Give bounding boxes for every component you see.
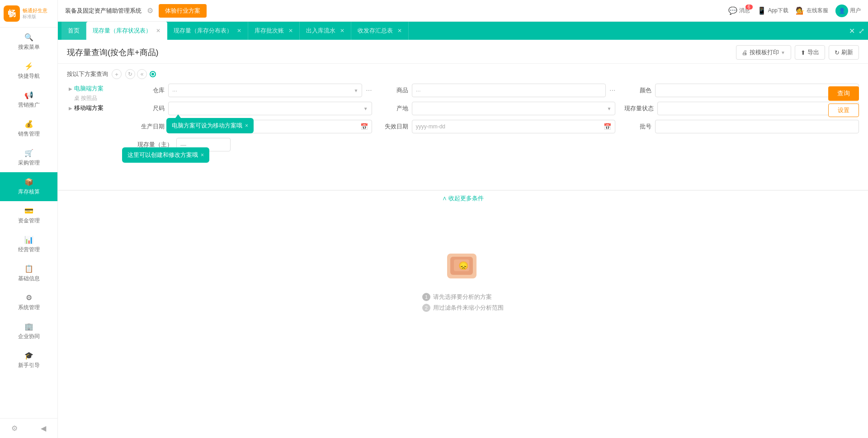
expire-date-input[interactable]: yyyy-mm-dd 📅 [412,120,616,133]
sidebar-item-purchase[interactable]: 🛒 采购管理 [0,143,57,172]
reset-btn[interactable]: 设置 [828,104,859,117]
filter-add-btn[interactable]: + [112,69,122,79]
origin-select[interactable]: ▼ [412,102,616,115]
message-action[interactable]: 💬 消息 6 [728,6,750,15]
sidebar-item-label: 营销推广 [18,101,40,109]
export-label: 导出 [807,48,819,57]
tab-inventory-status[interactable]: 现存量（库存状况表） ✕ [86,22,167,40]
batch-input[interactable] [655,120,859,133]
tooltip-scheme: 电脑方案可设为移动方案哦 × [166,118,254,133]
goods-more[interactable]: ··· [609,86,615,94]
sidebar-item-label: 搜索菜单 [18,43,40,51]
sidebar-item-finance[interactable]: 💳 资金管理 [0,201,57,230]
user-action[interactable]: 👤 用户 [835,5,861,17]
prod-date-calendar-icon[interactable]: 📅 [360,123,368,130]
filter-refresh-btn[interactable]: ↻ [125,69,135,79]
goods-dots: ··· [416,87,421,94]
header-gear-icon[interactable]: ⚙ [147,6,153,15]
filter-prev-btn[interactable]: « [137,69,147,79]
warehouse-more[interactable]: ··· [366,86,372,94]
quick-icon: ⚡ [24,62,33,71]
field-color: 颜色 ▼ [624,84,859,97]
tooltip-scheme-close[interactable]: × [245,122,248,129]
scheme-mobile-arrow: ▶ [69,106,72,111]
filter-label: 按以下方案查询 [67,70,108,78]
system-icon: ⚙ [26,293,32,302]
tab-batch-ledger[interactable]: 库存批次账 ✕ [248,22,300,40]
sidebar-item-operation[interactable]: 📊 经营管理 [0,230,57,259]
app-download-action[interactable]: 📱 App下载 [757,6,788,15]
collapse-text: 收起更多条件 [448,195,484,202]
sidebar-item-guide[interactable]: 🎓 新手引导 [0,346,57,375]
svg-text:😞: 😞 [458,261,469,271]
expire-date-calendar-icon[interactable]: 📅 [604,123,611,130]
sidebar-item-marketing[interactable]: 📢 营销推广 [0,85,57,114]
header-right: 💬 消息 6 📱 App下载 💁 在线客服 👤 用户 [728,5,861,17]
scheme-mobile-label: 移动端方案 [74,104,104,112]
batch-label: 批号 [624,122,651,131]
tab-close-icon[interactable]: ✕ [156,28,160,34]
search-btn[interactable]: 查询 [828,86,859,101]
sidebar-item-system[interactable]: ⚙ 系统管理 [0,288,57,317]
tab-close-icon[interactable]: ✕ [288,28,293,34]
print-btn[interactable]: 🖨 按模板打印 ▼ [736,45,791,60]
scheme-arrow-icon: ▶ [69,86,72,91]
tooltip-create-text: 这里可以创建和修改方案哦 [127,151,198,159]
sidebar-bottom: ⚙ ◀ [0,418,57,438]
refresh-btn[interactable]: ↻ 刷新 [829,45,859,60]
page-container: 现存量查询(按仓库+商品) 🖨 按模板打印 ▼ ⬆ 导出 ↻ 刷新 [58,40,868,438]
sidebar-item-label: 经营管理 [18,246,40,254]
sidebar-item-label: 采购管理 [18,159,40,167]
tab-close-icon[interactable]: ✕ [397,28,402,34]
experience-btn[interactable]: 体验行业方案 [159,4,207,18]
tab-inventory-dist-label: 现存量（库存分布表） [174,27,232,35]
tab-inventory-dist[interactable]: 现存量（库存分布表） ✕ [167,22,248,40]
tooltip-create-close[interactable]: × [201,152,204,158]
sidebar-item-quick[interactable]: ⚡ 快捷导航 [0,57,57,85]
sidebar-item-label: 销售管理 [18,130,40,138]
sidebar-item-basic[interactable]: 📋 基础信息 [0,259,57,288]
tab-inout-flow[interactable]: 出入库流水 ✕ [300,22,351,40]
export-btn[interactable]: ⬆ 导出 [795,45,825,60]
finance-icon: 💳 [24,207,33,215]
tab-close-icon[interactable]: ✕ [340,28,344,34]
setting-btn[interactable]: ⚙ [11,424,18,433]
sales-icon: 💰 [24,120,33,128]
tab-receive-summary[interactable]: 收发存汇总表 ✕ [351,22,409,40]
color-label: 颜色 [624,86,651,94]
tooltip-scheme-text: 电脑方案可设为移动方案哦 [172,122,242,130]
tab-inventory-status-label: 现存量（库存状况表） [93,27,151,35]
sidebar-item-sales[interactable]: 💰 销售管理 [0,114,57,143]
tab-home[interactable]: 首页 [61,22,86,40]
field-warehouse: 仓库 ··· ▼ ··· [137,84,372,97]
tab-expand-icon[interactable]: ⤢ [859,27,864,35]
warehouse-select[interactable]: ··· ▼ [168,84,362,97]
collapse-btn[interactable]: ◀ [41,424,46,433]
sidebar-item-label: 企业协同 [18,333,40,340]
origin-chevron: ▼ [607,106,611,111]
print-icon: 🖨 [742,49,748,56]
sidebar-item-label: 系统管理 [18,304,40,311]
expire-date-placeholder: yyyy-mm-dd [416,123,445,130]
sidebar-item-inventory[interactable]: 📦 库存核算 [0,172,57,201]
collapse-bar[interactable]: ∧ 收起更多条件 [58,190,868,206]
warehouse-label: 仓库 [137,86,165,94]
size-select[interactable]: ▼ [168,102,372,115]
sidebar-item-search[interactable]: 🔍 搜索菜单 [0,28,57,57]
system-name: 装备及固定资产辅助管理系统 [65,7,142,15]
goods-select[interactable]: ··· [412,84,606,97]
empty-text: 1 请先选择要分析的方案 2 用过滤条件来缩小分析范围 [422,293,504,312]
tab-close-all-icon[interactable]: ✕ [849,27,855,35]
sidebar-item-label: 快捷导航 [18,72,40,80]
support-action[interactable]: 💁 在线客服 [796,6,828,15]
tab-close-icon[interactable]: ✕ [237,28,241,34]
sidebar-logo: 畅 畅通好生意 标准版 [0,0,57,28]
scheme-mobile[interactable]: ▶ 移动端方案 [67,103,130,113]
scheme-desktop[interactable]: ▶ 电脑端方案 [67,84,130,94]
expire-date-label: 失效日期 [381,122,408,131]
sidebar-item-label: 资金管理 [18,217,40,225]
goods-label: 商品 [381,86,408,94]
filter-row-2: 尺码 ▼ 产地 ▼ [137,102,859,115]
sidebar-item-corp[interactable]: 🏢 企业协同 [0,317,57,346]
filter-label-row: 按以下方案查询 + ↻ « [67,69,859,79]
